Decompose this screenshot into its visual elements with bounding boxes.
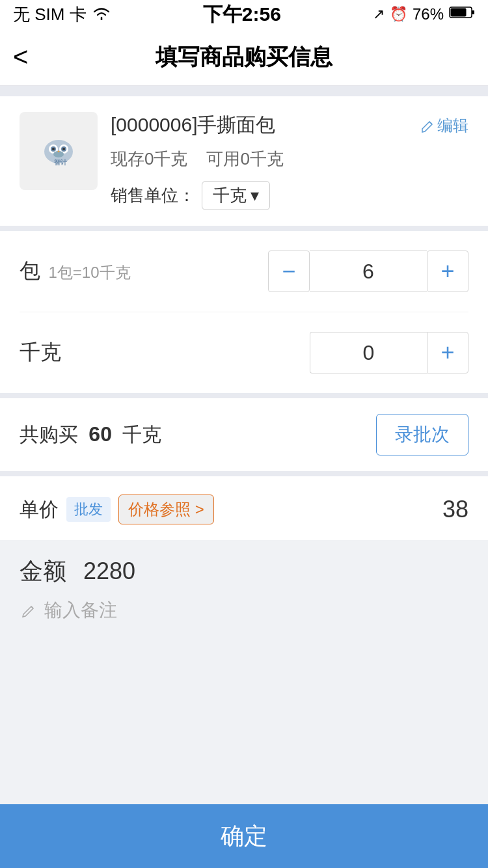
product-unit-row: 销售单位： 千克 ▾ [111,181,468,210]
price-label: 单价 [20,496,59,523]
pack-section: 包 1包=10千克 − + 千克 + [0,231,488,393]
product-stock: 现存0千克 可用0千克 [111,148,468,170]
nav-bar: < 填写商品购买信息 [0,29,488,86]
divider-3 [0,471,488,476]
amount-section: 金额 2280 输入备注 [0,540,488,633]
product-image: 智计 [20,112,98,190]
pack-label-group: 包 1包=10千克 [20,257,131,286]
confirm-button[interactable]: 确定 [0,804,488,868]
total-amount: 60 [88,422,112,446]
location-icon: ↗ [373,6,385,23]
amount-value: 2280 [83,558,135,584]
amount-row: 金额 2280 [20,556,468,588]
divider-top [0,86,488,96]
pack-input-row: 包 1包=10千克 − + [20,231,468,312]
pack-plus-button[interactable]: + [427,251,468,292]
kg-input[interactable] [310,332,427,373]
edit-button[interactable]: 编辑 [420,115,468,136]
chevron-down-icon: ▾ [251,185,259,206]
kg-label: 千克 [20,340,61,364]
kg-label-group: 千克 [20,338,61,367]
price-value: 38 [442,496,468,523]
unit-dropdown[interactable]: 千克 ▾ [202,181,270,210]
battery-icon [449,5,475,23]
pack-sublabel: 1包=10千克 [48,264,130,281]
price-section: 单价 批发 价格参照 > 38 [0,476,488,540]
note-label: 输入备注 [44,598,117,623]
edit-label: 编辑 [437,115,468,136]
svg-point-9 [62,148,65,150]
kg-plus-button[interactable]: + [427,332,468,373]
batch-button[interactable]: 录批次 [376,414,468,455]
back-button[interactable]: < [13,42,28,72]
status-time: 下午2:56 [203,1,281,28]
battery-label: 76% [413,5,444,23]
pack-label: 包 [20,259,40,282]
total-text: 共购买 60 千克 [20,422,161,448]
price-label-group: 单价 批发 价格参照 > [20,495,214,524]
product-card: 智计 [0000006]手撕面包 编辑 现存0千克 可用0千克 销售单位： 千克… [0,96,488,226]
status-right: ↗ ⏰ 76% [373,5,475,23]
alarm-icon: ⏰ [390,6,407,23]
status-left: 无 SIM 卡 [13,3,111,26]
divider-1 [0,226,488,231]
kg-input-row: 千克 + [20,312,468,393]
svg-rect-2 [450,8,466,17]
pack-stepper: − + [268,251,468,292]
total-row: 共购买 60 千克 录批次 [0,398,488,471]
svg-text:智计: 智计 [53,159,68,166]
price-ref-button[interactable]: 价格参照 > [118,495,214,524]
carrier-label: 无 SIM 卡 [13,3,87,26]
price-row: 单价 批发 价格参照 > 38 [20,495,468,540]
svg-rect-1 [472,10,474,14]
kg-stepper: + [310,332,468,373]
divider-2 [0,393,488,398]
product-name: [0000006]手撕面包 [111,112,275,139]
pack-input[interactable] [310,251,427,292]
pencil-icon [20,601,38,619]
pack-minus-button[interactable]: − [268,251,310,292]
note-row[interactable]: 输入备注 [20,598,468,623]
price-badge: 批发 [66,497,111,522]
wifi-icon [92,5,111,25]
svg-point-8 [52,148,55,150]
page-title: 填写商品购买信息 [156,42,332,72]
product-name-row: [0000006]手撕面包 编辑 [111,112,468,139]
status-bar: 无 SIM 卡 下午2:56 ↗ ⏰ 76% [0,0,488,29]
main-content [0,633,488,804]
product-info: [0000006]手撕面包 编辑 现存0千克 可用0千克 销售单位： 千克 ▾ [111,112,468,210]
